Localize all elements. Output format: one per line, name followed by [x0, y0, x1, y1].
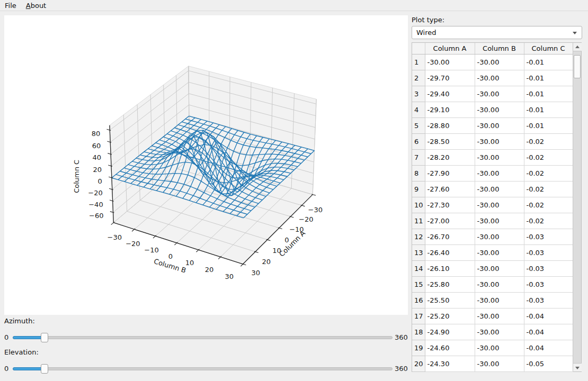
table-row[interactable]: 1-30.00-30.00-0.01	[412, 54, 573, 70]
row-number[interactable]: 1	[412, 54, 425, 70]
table-cell[interactable]: -0.03	[524, 229, 573, 244]
table-row[interactable]: 4-29.10-30.00-0.01	[412, 102, 573, 117]
table-cell[interactable]: -30.00	[475, 197, 524, 213]
row-number[interactable]: 14	[412, 260, 425, 276]
table-cell[interactable]: -0.03	[524, 244, 573, 260]
elevation-slider-handle[interactable]	[41, 364, 48, 374]
table-cell[interactable]: -0.01	[524, 86, 573, 102]
table-cell[interactable]: -30.00	[475, 102, 524, 117]
table-row[interactable]: 13-26.40-30.00-0.03	[412, 244, 573, 260]
table-row[interactable]: 9-27.60-30.00-0.02	[412, 181, 573, 197]
table-row[interactable]: 7-28.20-30.00-0.02	[412, 149, 573, 165]
table-cell[interactable]: -27.60	[425, 181, 475, 197]
table-row[interactable]: 3-29.40-30.00-0.01	[412, 86, 573, 102]
table-row[interactable]: 6-28.50-30.00-0.02	[412, 133, 573, 149]
scrollbar-thumb[interactable]	[574, 55, 581, 78]
table-cell[interactable]: -26.70	[425, 229, 475, 244]
table-cell[interactable]: -30.00	[475, 149, 524, 165]
table-cell[interactable]: -30.00	[475, 356, 524, 371]
row-number[interactable]: 6	[412, 133, 425, 149]
table-cell[interactable]: -29.40	[425, 86, 475, 102]
table-cell[interactable]: -28.50	[425, 133, 475, 149]
azimuth-slider-handle[interactable]	[41, 333, 48, 342]
row-number[interactable]: 10	[412, 197, 425, 213]
row-number[interactable]: 17	[412, 308, 425, 324]
table-row[interactable]: 5-28.80-30.00-0.01	[412, 117, 573, 133]
table-cell[interactable]: -0.03	[524, 292, 573, 308]
elevation-slider-track[interactable]	[13, 367, 393, 370]
table-cell[interactable]: -30.00	[475, 181, 524, 197]
scrollbar-up-button[interactable]	[573, 43, 582, 51]
table-cell[interactable]: -30.00	[475, 308, 524, 324]
table-row[interactable]: 12-26.70-30.00-0.03	[412, 229, 573, 244]
row-number[interactable]: 20	[412, 356, 425, 371]
row-number[interactable]: 3	[412, 86, 425, 102]
menu-file[interactable]: File	[0, 1, 21, 11]
table-scrollbar[interactable]	[573, 43, 581, 371]
table-cell[interactable]: -30.00	[475, 324, 524, 340]
table-row[interactable]: 11-27.00-30.00-0.02	[412, 213, 573, 229]
table-cell[interactable]: -24.60	[425, 340, 475, 356]
plot-type-combobox[interactable]: Wired	[412, 26, 582, 39]
row-number[interactable]: 12	[412, 229, 425, 244]
table-cell[interactable]: -30.00	[475, 165, 524, 181]
table-cell[interactable]: -26.40	[425, 244, 475, 260]
row-number[interactable]: 7	[412, 149, 425, 165]
table-row[interactable]: 8-27.90-30.00-0.02	[412, 165, 573, 181]
azimuth-slider-track[interactable]	[13, 336, 393, 339]
table-cell[interactable]: -30.00	[475, 244, 524, 260]
table-row[interactable]: 15-25.80-30.00-0.03	[412, 276, 573, 292]
table-cell[interactable]: -25.20	[425, 308, 475, 324]
scrollbar-down-button[interactable]	[573, 363, 582, 371]
row-number[interactable]: 8	[412, 165, 425, 181]
table-cell[interactable]: -27.30	[425, 197, 475, 213]
table-cell[interactable]: -30.00	[475, 340, 524, 356]
row-number[interactable]: 5	[412, 117, 425, 133]
table-cell[interactable]: -0.03	[524, 260, 573, 276]
table-cell[interactable]: -30.00	[475, 229, 524, 244]
table-row[interactable]: 18-24.90-30.00-0.04	[412, 324, 573, 340]
table-cell[interactable]: -0.02	[524, 149, 573, 165]
table-cell[interactable]: -24.30	[425, 356, 475, 371]
table-cell[interactable]: -0.04	[524, 340, 573, 356]
table-cell[interactable]: -0.02	[524, 197, 573, 213]
row-number[interactable]: 18	[412, 324, 425, 340]
table-cell[interactable]: -0.01	[524, 102, 573, 117]
row-number[interactable]: 15	[412, 276, 425, 292]
row-number[interactable]: 4	[412, 102, 425, 117]
table-cell[interactable]: -30.00	[475, 117, 524, 133]
column-header-column-b[interactable]: Column B	[475, 43, 524, 54]
table-cell[interactable]: -0.04	[524, 308, 573, 324]
table-cell[interactable]: -29.10	[425, 102, 475, 117]
table-cell[interactable]: -26.10	[425, 260, 475, 276]
table-row[interactable]: 2-29.70-30.00-0.01	[412, 70, 573, 86]
table-cell[interactable]: -0.02	[524, 165, 573, 181]
table-cell[interactable]: -29.70	[425, 70, 475, 86]
table-row[interactable]: 17-25.20-30.00-0.04	[412, 308, 573, 324]
table-row[interactable]: 10-27.30-30.00-0.02	[412, 197, 573, 213]
table-cell[interactable]: -30.00	[475, 292, 524, 308]
row-number[interactable]: 2	[412, 70, 425, 86]
table-cell[interactable]: -0.02	[524, 181, 573, 197]
table-cell[interactable]: -30.00	[475, 276, 524, 292]
table-cell[interactable]: -0.05	[524, 356, 573, 371]
table-cell[interactable]: -28.20	[425, 149, 475, 165]
table-cell[interactable]: -0.04	[524, 324, 573, 340]
table-cell[interactable]: -0.01	[524, 54, 573, 70]
column-header-column-c[interactable]: Column C	[524, 43, 573, 54]
row-number[interactable]: 13	[412, 244, 425, 260]
table-cell[interactable]: -30.00	[475, 213, 524, 229]
table-cell[interactable]: -30.00	[475, 70, 524, 86]
table-row[interactable]: 19-24.60-30.00-0.04	[412, 340, 573, 356]
table-cell[interactable]: -27.00	[425, 213, 475, 229]
row-number[interactable]: 11	[412, 213, 425, 229]
table-cell[interactable]: -30.00	[475, 133, 524, 149]
table-cell[interactable]: -0.02	[524, 213, 573, 229]
table-cell[interactable]: -28.80	[425, 117, 475, 133]
table-row[interactable]: 14-26.10-30.00-0.03	[412, 260, 573, 276]
table-cell[interactable]: -25.80	[425, 276, 475, 292]
table-cell[interactable]: -30.00	[425, 54, 475, 70]
table-cell[interactable]: -24.90	[425, 324, 475, 340]
row-number[interactable]: 9	[412, 181, 425, 197]
table-cell[interactable]: -30.00	[475, 86, 524, 102]
